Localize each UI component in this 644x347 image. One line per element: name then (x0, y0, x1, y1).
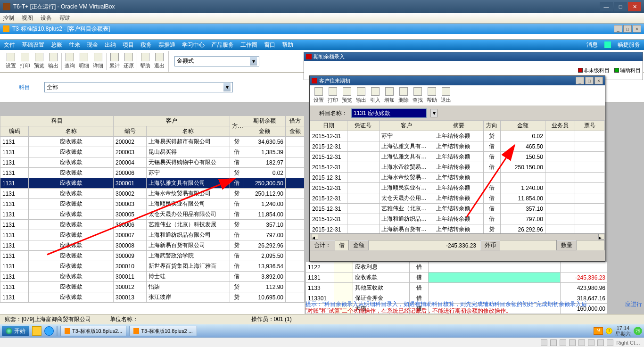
p2-tb-帮助[interactable]: 帮助 (425, 85, 439, 106)
table-row[interactable]: 1131应收账款300002上海水帝纹贸易有限公司贷250,112.90 (0, 189, 305, 199)
menu-ar[interactable]: 往来 (69, 41, 80, 49)
popup2-max[interactable]: □ (585, 77, 594, 84)
table-row[interactable]: 2015-12-31上海弘雅文具有限公上年结转余额借150.50 (310, 152, 605, 162)
table-row[interactable]: 1131应收账款300009上海武警政治学院借2,095.50 (0, 251, 305, 261)
p2-tb-打印[interactable]: 打印 (326, 85, 340, 106)
tray-ime-icon[interactable]: M (594, 327, 603, 335)
menu-devices[interactable]: 设备 (41, 14, 52, 22)
balance-grid[interactable]: 科目 客户 方向 期初余额 借方 编码 名称 编号 名称 金额 金额 1131应… (0, 116, 305, 314)
customer-begin-grid[interactable]: 日期凭证号客户摘要方向金额业务员票号 2015-12-31苏宁上年结转余额贷0.… (310, 120, 605, 233)
table-row[interactable]: 1131应收账款300012怡柒贷112.90 (0, 282, 305, 292)
table-row[interactable]: 2015-12-31上海水帝纹贸易有限上年结转余额借250,150.00 (310, 162, 605, 173)
popup2-min[interactable]: _ (576, 77, 584, 84)
vbox-menu[interactable]: 控制 视图 设备 帮助 (0, 13, 644, 24)
maximize-button[interactable]: □ (614, 2, 627, 11)
p2-tb-引入[interactable]: 引入 (368, 85, 382, 106)
menu-message[interactable]: 消息 (586, 41, 598, 49)
table-row[interactable]: 1131应收账款200002上海易买得超市有限公司贷34,630.56 (0, 137, 305, 147)
customer-begin-popup[interactable]: 客户往来期初 _ □ × 设置打印预览输出引入增加删除查找帮助退出 科目名称： … (309, 75, 605, 262)
table-row[interactable]: 1131应收账款300003上海顺民实业有限公司借1,240.00 (0, 199, 305, 209)
scroll-left-icon[interactable]: ◂ (312, 234, 318, 240)
close-button[interactable]: ✕ (628, 2, 641, 11)
p2-tb-预览[interactable]: 预览 (340, 85, 354, 106)
sub-close-button[interactable]: × (633, 25, 641, 33)
menu-learn[interactable]: 学习中心 (182, 41, 205, 49)
tb-明细[interactable]: 明细 (77, 51, 91, 72)
table-row[interactable]: 1131应收账款300006艺雅伟业（北京）科技发展贷357.10 (0, 220, 305, 230)
windows-taskbar[interactable]: 开始 T3-标准版10.8plus2... T3-标准版10.8plus2 ..… (0, 324, 644, 338)
table-row[interactable]: 2015-12-31上海水帝纹贸易有限上年结转余额 (310, 173, 605, 183)
task-app1[interactable]: T3-标准版10.8plus2... (60, 326, 126, 336)
table-row[interactable]: 1131应收账款200004无锡易买得购物中心有限公借182.97 (0, 157, 305, 168)
menu-file[interactable]: 文件 (4, 41, 15, 49)
p2-tb-删除[interactable]: 删除 (396, 85, 411, 106)
check-nonleaf[interactable]: 非末级科目 (578, 67, 610, 74)
table-row[interactable]: 2015-12-31太仓天晟办公用品有上年结转余额借11,854.00 (310, 193, 605, 204)
tray-360-icon[interactable]: 75 (634, 327, 642, 335)
menu-tax[interactable]: 税务 (140, 41, 152, 49)
sum-label[interactable]: 合计： (310, 240, 335, 250)
menu-window[interactable]: 窗口 (264, 41, 275, 49)
table-row[interactable]: 1131应收账款300011博士蛙借3,892.00 (0, 272, 305, 282)
tb-退出[interactable]: 退出 (152, 51, 166, 72)
table-row[interactable]: 2015-12-31苏宁上年结转余额贷0.02 (310, 131, 605, 141)
app-menu[interactable]: 文件 基础设置 总账 往来 现金 出纳 项目 税务 票据通 学习中心 产品服务 … (0, 40, 644, 50)
menu-workcircle[interactable]: 工作圈 (240, 41, 257, 49)
menu-bill[interactable]: 票据通 (158, 41, 175, 49)
menu-help2[interactable]: 帮助 (282, 41, 293, 49)
tb-还原[interactable]: 还原 (122, 51, 136, 72)
table-row[interactable]: 2015-12-31上海新易百货有限公上年结转余额贷26,292.96 (310, 224, 605, 234)
menu-gl[interactable]: 总账 (51, 41, 62, 49)
tb-查询[interactable]: 查询 (63, 51, 77, 72)
chevron-down-icon[interactable]: ▾ (430, 109, 438, 117)
amount-format-combo[interactable]: 金额式 ▾ (174, 56, 259, 66)
tray-shield-icon[interactable]: ! (606, 328, 612, 334)
p2-tb-查找[interactable]: 查找 (411, 85, 425, 106)
tb-打印[interactable]: 打印 (18, 51, 32, 72)
table-row[interactable]: 1131应收账款300007上海和通纺织品有限公司借797.00 (0, 230, 305, 240)
table-row[interactable]: 1131应收账款300010新世界百货集团上海汇雅百借13,936.54 (0, 261, 305, 272)
scroll-right-icon[interactable]: ▸ (598, 234, 605, 240)
tb-预览[interactable]: 预览 (32, 51, 46, 72)
chevron-down-icon[interactable]: ▾ (250, 57, 257, 66)
menu-product[interactable]: 产品服务 (211, 41, 234, 49)
menu-control[interactable]: 控制 (3, 14, 14, 22)
tb-详细[interactable]: 详细 (91, 51, 105, 72)
sum-amt-btn[interactable]: 金额 (349, 240, 369, 250)
check-aux[interactable]: 辅助科目 (614, 67, 641, 74)
table-row[interactable]: 1131应收账款300013张江彼岸贷10,695.00 (0, 292, 305, 303)
p2-tb-设置[interactable]: 设置 (312, 85, 326, 106)
table-row[interactable]: 2015-12-31上海顺民实业有限公上年结转余额借1,240.00 (310, 183, 605, 193)
table-row[interactable]: 1131应收账款300001上海弘雅文具有限公司借250,300.50 (0, 178, 305, 189)
table-row[interactable]: 2015-12-31上海弘雅文具有限公上年结转余额借465.50 (310, 141, 605, 152)
menu-view[interactable]: 视图 (22, 14, 33, 22)
menu-service[interactable]: 畅捷服务 (618, 41, 640, 49)
sum-qty-btn[interactable]: 数量 (557, 240, 577, 250)
p2-tb-退出[interactable]: 退出 (439, 85, 453, 106)
subject-select[interactable]: 1131 应收账款 (351, 108, 427, 118)
tb-设置[interactable]: 设置 (4, 51, 18, 72)
quick-folder-icon[interactable] (32, 326, 41, 336)
table-row[interactable]: 1131应收账款200003昆山易买得借1,385.39 (0, 147, 305, 157)
subject-filter-combo[interactable]: 全部 ▾ (44, 82, 233, 92)
table-row[interactable]: 1131应收账款300008上海新易百货有限公司贷26,292.96 (0, 240, 305, 251)
start-button[interactable]: 开始 (2, 326, 29, 336)
table-row[interactable]: 2015-12-31艺雅伟业（北京）科上年结转余额借357.10 (310, 204, 605, 214)
table-row[interactable]: 1131应收账款借-245,336.23 (306, 273, 608, 283)
menu-cashier[interactable]: 出纳 (105, 41, 116, 49)
quick-ie-icon[interactable] (44, 326, 54, 336)
tb-输出[interactable]: 输出 (46, 51, 60, 72)
menu-cash[interactable]: 现金 (87, 41, 98, 49)
chevron-down-icon[interactable]: ▾ (223, 83, 231, 91)
menu-help[interactable]: 帮助 (59, 14, 71, 22)
sub-max-button[interactable]: □ (623, 25, 632, 33)
sub-min-button[interactable]: _ (614, 25, 622, 33)
menu-basic[interactable]: 基础设置 (22, 41, 44, 49)
table-row[interactable]: 1133其他应收款借423,980.96 (306, 283, 608, 293)
table-row[interactable]: 1131应收账款200006苏宁贷0.02 (0, 168, 305, 178)
popup2-close[interactable]: × (594, 77, 603, 84)
minimize-button[interactable]: — (600, 2, 613, 11)
p2-tb-输出[interactable]: 输出 (354, 85, 368, 106)
sum-fc-btn[interactable]: 外币 (480, 240, 500, 250)
menu-proj[interactable]: 项目 (123, 41, 134, 49)
